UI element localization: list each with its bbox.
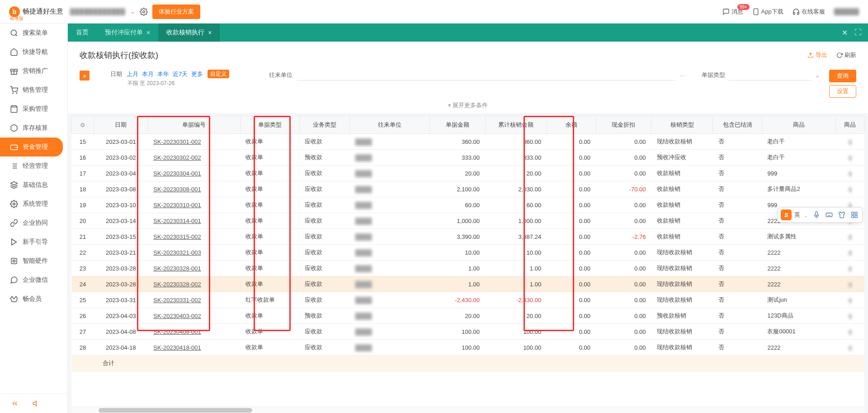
table-row[interactable]: 18 2023-03-08 SK-20230308-001 收款单 应收款 ██…: [72, 181, 864, 197]
doc-link[interactable]: SK-20230314-001: [153, 218, 201, 224]
col-header-5[interactable]: 单据金额: [430, 116, 485, 134]
table-row[interactable]: 20 2023-03-14 SK-20230314-001 收款单 应收款 ██…: [72, 213, 864, 229]
table-row[interactable]: 15 2023-03-01 SK-20230301-002 收款单 应收款 ██…: [72, 134, 864, 150]
date-custom-badge[interactable]: 自定义: [208, 70, 229, 78]
sidebar-item-10[interactable]: 企业协同: [0, 214, 67, 233]
col-header-7[interactable]: 余额: [547, 116, 596, 134]
sidebar-item-7[interactable]: 经营管理: [0, 157, 67, 176]
col-header-2[interactable]: 单据类型: [240, 116, 299, 134]
tab-0[interactable]: 首页: [68, 24, 97, 42]
date-preset-4[interactable]: 更多: [191, 70, 203, 78]
sidebar-item-14[interactable]: 畅会员: [0, 290, 67, 309]
col-header-11[interactable]: 商品: [762, 116, 835, 134]
doc-link[interactable]: SK-20230315-002: [153, 233, 201, 240]
sidebar-item-2[interactable]: 营销推广: [0, 62, 67, 81]
doc-link[interactable]: SK-20230302-002: [153, 154, 201, 161]
col-header-10[interactable]: 包含已结清: [713, 116, 762, 134]
doc-link[interactable]: SK-20230418-001: [153, 344, 201, 351]
sidebar-item-12[interactable]: 智能硬件: [0, 252, 67, 271]
ime-toolbox-icon[interactable]: [849, 210, 859, 220]
doc-link[interactable]: SK-20230321-003: [153, 249, 201, 256]
table-row[interactable]: 19 2023-03-10 SK-20230310-001 收款单 应收款 ██…: [72, 197, 864, 213]
table-row[interactable]: 16 2023-03-02 SK-20230302-002 收款单 预收款 ██…: [72, 150, 864, 166]
col-header-4[interactable]: 往来单位: [350, 116, 430, 134]
table-row[interactable]: 25 2023-03-31 SK-20230331-002 红字收款单 应收款 …: [72, 292, 864, 308]
col-header-9[interactable]: 核销类型: [651, 116, 713, 134]
ime-sep[interactable]: ，: [803, 211, 809, 219]
date-preset-2[interactable]: 本年: [157, 70, 169, 78]
doc-link[interactable]: SK-20230328-001: [153, 265, 201, 272]
ime-keyboard-icon[interactable]: [824, 210, 834, 220]
sidebar-item-0[interactable]: 搜索菜单: [0, 24, 67, 43]
tab-2[interactable]: 收款核销执行×: [158, 24, 220, 42]
sidebar-item-8[interactable]: 基础信息: [0, 176, 67, 195]
doc-link[interactable]: SK-20230308-001: [153, 186, 201, 193]
sidebar-item-13[interactable]: 企业微信: [0, 271, 67, 290]
table-row[interactable]: 26 2023-04-03 SK-20230403-002 收款单 预收款 ██…: [72, 308, 864, 324]
tab-1[interactable]: 预付冲应付单×: [97, 24, 158, 42]
doc-link[interactable]: SK-20230331-002: [153, 297, 201, 304]
doc-link[interactable]: SK-20230301-002: [153, 138, 201, 145]
table-row[interactable]: 21 2023-03-15 SK-20230315-002 收款单 应收款 ██…: [72, 229, 864, 245]
horizontal-scrollbar[interactable]: [71, 407, 864, 413]
tabs-expand-icon[interactable]: ⛶: [852, 26, 864, 39]
sidebar-item-6[interactable]: 资金管理: [0, 138, 63, 157]
col-header-1[interactable]: 单据编号: [148, 116, 240, 134]
doc-link[interactable]: SK-20230310-001: [153, 202, 201, 209]
username-blur[interactable]: ██████: [834, 8, 859, 15]
sidebar-item-3[interactable]: 销售管理: [0, 81, 67, 100]
more-conditions-toggle[interactable]: ▾ 展开更多条件: [68, 98, 868, 113]
trial-button[interactable]: 体验行业方案: [152, 5, 200, 19]
expand-handle[interactable]: »: [80, 71, 90, 81]
table-row[interactable]: 23 2023-03-28 SK-20230328-001 收款单 应收款 ██…: [72, 261, 864, 276]
ime-widget[interactable]: S 英 ，: [778, 207, 863, 223]
sidebar-item-4[interactable]: 采购管理: [0, 100, 67, 119]
doc-link[interactable]: SK-20230408-001: [153, 328, 201, 335]
tenant-dropdown-icon[interactable]: ⌄: [130, 8, 135, 15]
sound-icon[interactable]: [33, 399, 41, 408]
home-icon: [10, 48, 18, 56]
table-row[interactable]: 22 2023-03-21 SK-20230321-003 收款单 应收款 ██…: [72, 245, 864, 261]
column-settings-header[interactable]: ⚙: [72, 116, 94, 134]
ime-lang[interactable]: 英: [794, 211, 800, 219]
col-header-6[interactable]: 累计核销金额: [485, 116, 547, 134]
collapse-sidebar-icon[interactable]: [11, 399, 19, 408]
sidebar-item-1[interactable]: 快捷导航: [0, 43, 67, 62]
table-row[interactable]: 24 2023-03-28 SK-20230328-002 收款单 应收款 ██…: [72, 276, 864, 292]
billtype-chevron-icon[interactable]: ⌄: [815, 72, 820, 79]
ime-skin-icon[interactable]: [837, 210, 847, 220]
tabs-close-all-icon[interactable]: ✕: [838, 26, 851, 39]
partner-more-icon[interactable]: ···: [679, 72, 684, 79]
date-preset-1[interactable]: 本月: [142, 70, 154, 78]
doc-link[interactable]: SK-20230304-001: [153, 170, 201, 177]
col-header-3[interactable]: 业务类型: [299, 116, 350, 134]
date-preset-3[interactable]: 近7天: [173, 70, 188, 78]
doc-link[interactable]: SK-20230403-002: [153, 313, 201, 319]
filter-settings-button[interactable]: 设置: [829, 85, 856, 98]
online-service-button[interactable]: 在线客服: [793, 8, 825, 16]
app-download-button[interactable]: App下载: [752, 8, 783, 16]
sidebar-item-11[interactable]: 新手引导: [0, 233, 67, 252]
table-row[interactable]: 27 2023-04-08 SK-20230408-001 收款单 应收款 ██…: [72, 324, 864, 340]
table-row[interactable]: 28 2023-04-18 SK-20230418-001 收款单 应收款 ██…: [72, 340, 864, 356]
billtype-input[interactable]: [729, 70, 811, 81]
tab-close-icon[interactable]: ×: [208, 29, 212, 36]
col-header-12[interactable]: 商品: [836, 116, 864, 134]
query-button[interactable]: 查询: [829, 70, 856, 82]
date-preset-0[interactable]: 上月: [127, 70, 138, 78]
col-header-8[interactable]: 现金折扣: [596, 116, 651, 134]
messages-button[interactable]: 消息 99+: [722, 8, 743, 16]
export-button[interactable]: 导出: [807, 51, 827, 59]
doc-link[interactable]: SK-20230328-002: [153, 281, 201, 288]
filter-bar: » 日期 上月本月本年近7天更多 自定义 不限 至 2023-07-26 往来单…: [68, 65, 868, 98]
table-row[interactable]: 17 2023-03-04 SK-20230304-001 收款单 应收款 ██…: [72, 166, 864, 181]
col-header-0[interactable]: 日期: [94, 116, 148, 134]
refresh-button[interactable]: 刷新: [836, 51, 856, 59]
settings-icon[interactable]: [140, 8, 148, 16]
partner-input[interactable]: [297, 70, 675, 81]
scrollbar-thumb[interactable]: [99, 408, 252, 413]
tab-close-icon[interactable]: ×: [146, 29, 150, 36]
sidebar-item-5[interactable]: 库存核算: [0, 119, 67, 138]
ime-mic-icon[interactable]: [811, 210, 821, 220]
sidebar-item-9[interactable]: 系统管理: [0, 195, 67, 214]
